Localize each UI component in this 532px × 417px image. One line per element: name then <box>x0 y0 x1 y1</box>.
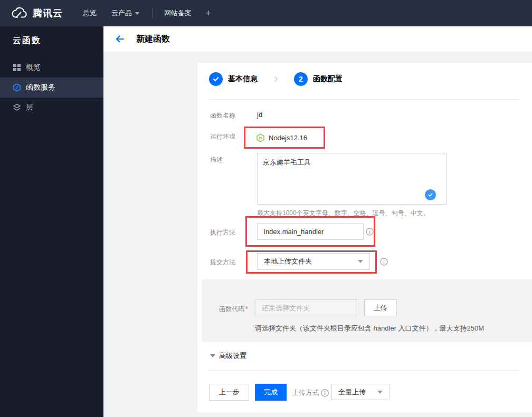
function-code-hint: 请选择文件夹（该文件夹根目录应包含 handler 入口文件），最大支持250M <box>255 324 484 333</box>
nav-divider <box>152 8 153 18</box>
submit-method-label: 提交方法 <box>210 258 235 267</box>
select-caret-icon <box>377 391 383 394</box>
description-valid-check-icon <box>425 189 436 200</box>
upload-mode-group: 上传方式 <box>292 388 329 397</box>
runtime-value: Nodejs12.16 <box>269 134 307 142</box>
runtime-label: 运行环境 <box>210 132 235 141</box>
sidebar-item-label: 层 <box>26 103 33 112</box>
back-arrow-icon[interactable] <box>113 32 127 46</box>
nav-item-overview[interactable]: 总览 <box>83 8 97 18</box>
upload-mode-label: 上传方式 <box>292 388 319 397</box>
tencent-cloud-logo-icon <box>10 7 27 20</box>
sidebar-item-label: 函数服务 <box>26 83 55 92</box>
finish-button[interactable]: 完成 <box>255 384 287 401</box>
upload-mode-select[interactable]: 全量上传 <box>331 384 390 400</box>
page-header: 新建函数 <box>103 26 532 52</box>
runtime-annotation-box: js Nodejs12.16 <box>244 127 325 149</box>
sidebar-title: 云函数 <box>0 26 103 46</box>
function-name-value: jd <box>257 111 262 119</box>
content-area: 基本信息 2 函数配置 函数名称 jd 运行环境 js <box>103 52 532 417</box>
step-separator-chevron-icon <box>273 75 278 83</box>
previous-step-button[interactable]: 上一步 <box>209 384 249 401</box>
footer-divider <box>209 370 519 371</box>
folder-path-input[interactable] <box>255 299 358 316</box>
top-navbar: 腾讯云 总览 云产品 网站备案 + <box>0 0 532 26</box>
sidebar-item-overview[interactable]: 概览 <box>0 57 103 77</box>
required-asterisk: * <box>245 305 248 313</box>
step1-label: 基本信息 <box>228 74 258 84</box>
nav-item-cloud-products[interactable]: 云产品 <box>111 8 139 18</box>
submit-method-select[interactable]: 本地上传文件夹 <box>257 253 370 270</box>
description-textarea[interactable]: 京东薅羊毛工具 <box>257 153 446 205</box>
advanced-settings-label: 高级设置 <box>219 351 246 361</box>
handler-input[interactable] <box>257 223 364 240</box>
svg-text:js: js <box>259 136 262 140</box>
main-area: 新建函数 基本信息 2 函数配置 <box>103 26 532 417</box>
create-function-card: 基本信息 2 函数配置 函数名称 jd 运行环境 js <box>197 63 532 412</box>
sidebar-item-function-service[interactable]: 函数服务 <box>0 77 103 98</box>
triangle-down-icon <box>210 354 215 357</box>
wizard-steps: 基本信息 2 函数配置 <box>209 72 343 86</box>
sidebar-menu: 概览 函数服务 层 <box>0 57 103 118</box>
function-icon <box>13 83 21 92</box>
handler-label: 执行方法 <box>210 228 235 237</box>
step2-label: 函数配置 <box>313 74 343 84</box>
add-tab-icon[interactable]: + <box>205 7 211 19</box>
function-code-section: 函数代码* 上传 请选择文件夹（该文件夹根目录应包含 handler 入口文件）… <box>202 279 532 342</box>
select-caret-icon <box>358 260 363 263</box>
function-code-label: 函数代码* <box>219 305 248 314</box>
brand-name: 腾讯云 <box>33 7 63 20</box>
upload-mode-info-icon[interactable] <box>321 389 329 397</box>
submit-method-value: 本地上传文件夹 <box>264 257 312 266</box>
submit-method-info-icon[interactable] <box>380 258 388 266</box>
upload-mode-value: 全量上传 <box>338 387 366 397</box>
upload-button[interactable]: 上传 <box>364 299 397 316</box>
tencent-cloud-brand[interactable]: 腾讯云 <box>10 7 63 20</box>
sidebar: 云函数 概览 函数服务 <box>0 26 103 417</box>
grid-icon <box>13 63 21 72</box>
advanced-settings-toggle[interactable]: 高级设置 <box>210 351 246 361</box>
sidebar-item-layers[interactable]: 层 <box>0 98 103 118</box>
nodejs-icon: js <box>256 133 265 142</box>
step2-number-badge: 2 <box>294 72 308 86</box>
function-name-label: 函数名称 <box>210 111 235 120</box>
page-title: 新建函数 <box>136 34 170 45</box>
step1-check-icon <box>209 72 223 86</box>
sidebar-item-label: 概览 <box>26 63 41 72</box>
layers-icon <box>13 103 21 112</box>
nav-item-website-filing[interactable]: 网站备案 <box>164 8 192 18</box>
steps-divider <box>209 99 519 100</box>
description-label: 描述 <box>210 156 223 164</box>
handler-info-icon[interactable] <box>366 228 374 236</box>
chevron-down-icon <box>135 12 139 15</box>
